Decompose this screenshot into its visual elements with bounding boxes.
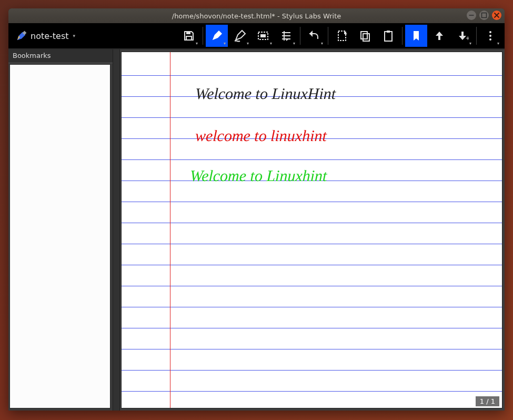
page-indicator: 1 / 1 [476,396,499,406]
insert-space-button[interactable] [252,25,274,47]
paste-button[interactable] [377,25,399,47]
titlebar: /home/shovon/note-test.html* - Stylus La… [8,8,505,23]
prev-page-button[interactable] [428,25,450,47]
selection-tool-button[interactable] [229,25,251,47]
svg-text:+: + [466,35,469,41]
page-canvas[interactable]: Welcome to LinuxHint welcome to linuxhin… [121,52,502,408]
svg-point-13 [489,31,491,33]
handwriting-line-1: Welcome to LinuxHint [195,85,336,103]
maximize-icon [479,9,489,22]
document-menu-button[interactable]: note-test ▾ [12,28,79,44]
close-icon [492,9,501,22]
canvas-area: Welcome to LinuxHint welcome to linuxhin… [120,49,505,411]
svg-rect-6 [260,34,266,37]
arrow-up-icon [433,29,446,42]
pen-icon [210,29,223,42]
arrow-down-icon: + [456,29,469,42]
page-setup-icon [280,29,293,42]
main-body: Bookmarks Welcome to LinuxHint welcome t… [8,49,505,411]
maximize-button[interactable] [479,11,489,20]
copy-button[interactable] [354,25,376,47]
page-setup-button[interactable] [275,25,297,47]
overflow-menu-button[interactable] [479,25,501,47]
sidebar-header: Bookmarks [8,49,113,63]
save-icon [183,29,195,42]
save-button[interactable] [178,25,200,47]
minimize-button[interactable] [467,11,476,20]
svg-rect-1 [482,13,487,18]
svg-rect-9 [363,34,369,41]
copy-icon [359,29,371,42]
svg-rect-4 [186,36,192,40]
minimize-icon [467,9,476,22]
bookmark-icon [410,29,423,42]
chevron-down-icon: ▾ [73,33,76,38]
selection-icon [234,29,246,42]
svg-point-15 [489,38,491,41]
svg-rect-11 [387,31,390,33]
undo-button[interactable] [303,25,325,47]
cut-icon [336,29,348,42]
insert-space-icon [257,29,269,42]
overflow-icon [484,29,497,42]
svg-rect-3 [186,32,190,34]
cut-button[interactable] [331,25,353,47]
svg-rect-10 [385,32,392,41]
close-button[interactable] [492,11,501,20]
next-page-button[interactable]: + [451,25,474,47]
toolbar: note-test ▾ [8,23,505,49]
handwriting-line-3: Welcome to Linuxhint [189,167,327,185]
document-name: note-test [31,31,69,41]
handwriting-line-2: welcome to linuxhint [195,127,327,145]
app-window: /home/shovon/note-test.html* - Stylus La… [8,8,505,411]
bookmark-button[interactable] [405,25,427,47]
window-title: /home/shovon/note-test.html* - Stylus La… [172,12,341,20]
splitter[interactable] [113,49,120,411]
paste-icon [382,29,395,42]
svg-rect-0 [469,15,474,16]
bookmarks-sidebar: Bookmarks [8,49,113,411]
pencil-icon [16,30,27,42]
undo-icon [308,29,320,42]
svg-rect-8 [361,32,367,39]
svg-point-14 [489,35,491,37]
window-controls [467,11,501,20]
bookmarks-list[interactable] [9,64,110,408]
pen-tool-button[interactable] [206,25,228,47]
